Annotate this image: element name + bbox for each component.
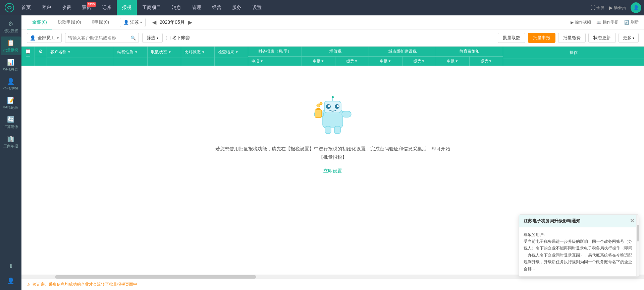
sidebar-label-annual-report: 工商年报 [3,144,18,148]
sidebar: ⚙ 报税设置 📋 批量报税 📊 报税总览 👤 个税申报 📝 报税记录 🔄 汇算清… [0,15,21,290]
nav-item-settings[interactable]: 设置 [247,0,267,15]
th-operation: 操作 [503,47,644,66]
notif-header: 江苏电子税务局升级影响通知 ✕ [519,215,639,227]
th-check-result: 检查结果 ▼ [215,47,248,66]
svg-point-16 [320,102,322,105]
action-manual[interactable]: 📖 操作手册 [596,19,619,25]
region-selector[interactable]: 👤 江苏 ▾ [120,18,146,27]
th-city-tax: 城市维护建设税 申报 ▼ 缴费 ▼ [369,47,436,66]
member-btn[interactable]: ▶ 畅会员 [609,5,626,11]
svg-rect-12 [334,126,340,134]
th-edu-surcharge: 教育费附加 申报 ▼ 缴费 ▼ [436,47,503,66]
nav-item-client[interactable]: 客户 [36,0,56,15]
subaccount-checkbox-label[interactable]: 名下账套 [166,35,190,41]
subaccount-checkbox[interactable] [166,36,170,40]
sidebar-item-settlement[interactable]: 🔄 汇算清缴 [1,113,21,132]
sidebar-label-batch-tax: 批量报税 [3,48,18,52]
tab-zero-submit[interactable]: 0申报 (0) [87,15,114,29]
toolbar: 👤 全部员工 ▾ 🔍 筛选 ▾ 名下账套 批量取数 批量申报 批量缴费 状态更新 [21,29,644,47]
warning-icon: ⚠ [27,282,31,287]
svg-point-0 [5,3,14,12]
action-refresh[interactable]: 🔄 刷新 [624,19,639,25]
sidebar-item-tax-overview[interactable]: 📊 报税总览 [1,56,21,74]
th-fetch-status: 取数状态 ▼ [148,47,181,66]
svg-point-6 [337,105,339,107]
nav-item-tax[interactable]: 报税 [117,0,137,15]
th-compare-status: 比对状态 ▼ [181,47,215,66]
tax-overview-icon: 📊 [7,59,14,66]
svg-point-8 [332,96,334,98]
svg-rect-11 [325,126,331,134]
svg-rect-10 [342,111,351,117]
sidebar-item-personal-tax[interactable]: 👤 个税申报 [1,75,21,93]
th-tax-type: 纳税性质 ▼ [114,47,148,66]
employee-select[interactable]: 👤 全部员工 ▾ [27,33,62,43]
notification-popup: 江苏电子税务局升级影响通知 ✕ 尊敬的用户: 受当前电子税务局进一步升级的影响，… [519,214,639,277]
chevron-down-icon: ▾ [633,36,634,40]
manual-icon: 📖 [596,20,601,25]
tab-all[interactable]: 全部 (0) [27,15,52,29]
search-box: 🔍 [65,33,139,43]
more-btn[interactable]: 更多 ▾ [619,33,639,43]
sidebar-item-user[interactable]: 👤 [1,275,21,287]
sidebar-item-download[interactable]: ⬇ [1,260,21,273]
employee-icon: 👤 [30,35,36,41]
svg-point-5 [328,105,330,107]
gear-icon: ⚙ [39,49,43,54]
bottom-bar: ⚠ 验证密、采集信息均成功的企业才会流转至批量报税页面中 [21,279,644,290]
nav-item-message[interactable]: 消息 [166,0,186,15]
filter-btn[interactable]: 筛选 ▾ [142,33,163,43]
batch-submit-btn[interactable]: 批量申报 [528,33,555,43]
batch-tax-icon: 📋 [7,39,14,47]
sidebar-item-tax-records[interactable]: 📝 报税记录 [1,94,21,113]
nav-item-invoice[interactable]: 票据 NEW [76,0,97,15]
prev-month-btn[interactable]: ◀ [152,19,156,25]
badge-new: NEW [87,2,96,7]
nav-item-service[interactable]: 服务 [227,0,247,15]
nav-item-bookkeeping[interactable]: 记账 [97,0,117,15]
search-icon[interactable]: 🔍 [130,35,136,41]
empty-state: 若您想使用批量报税功能，请先在【报税设置】中进行报税的初始化设置，完成密码验证和… [21,66,644,200]
th-gear[interactable]: ⚙ [35,47,47,66]
batch-pay-btn[interactable]: 批量缴费 [558,33,586,43]
th-client-name: 客户名称 ▼ [47,47,114,66]
sidebar-item-annual-report[interactable]: 🏢 工商年报 [1,133,21,151]
personal-tax-icon: 👤 [7,78,14,85]
avatar[interactable]: 👤 [631,2,641,13]
setup-link[interactable]: 立即设置 [323,168,342,174]
action-video[interactable]: ▶ 操作视频 [571,19,591,25]
batch-fetch-btn[interactable]: 批量取数 [498,33,525,43]
th-finance-report: 财务报表（月/季） 申报 ▼ [248,47,302,66]
nav-item-home[interactable]: 首页 [16,0,36,15]
sidebar-item-tax-settings[interactable]: ⚙ 报税设置 [1,17,21,36]
th-checkbox[interactable] [21,47,35,66]
nav-item-operation[interactable]: 经营 [207,0,227,15]
nav-item-business[interactable]: 工商项目 [137,0,166,15]
next-month-btn[interactable]: ▶ [188,19,192,25]
search-input[interactable] [68,35,128,41]
region-icon: 👤 [123,20,129,25]
svg-rect-13 [315,110,322,118]
tab-tax-submit[interactable]: 税款申报 (0) [52,15,87,29]
table-head: ⚙ 客户名称 ▼ 纳税性质 ▼ [21,47,644,66]
chevron-down-icon: ▾ [140,20,142,24]
nav-items: 首页 客户 收费 票据 NEW 记账 报税 工商项目 消息 管理 经营 [16,0,591,15]
sidebar-item-batch-tax[interactable]: 📋 批量报税 [1,37,21,55]
fullscreen-btn[interactable]: ⛶ 全屏 [591,5,604,11]
status-update-btn[interactable]: 状态更新 [588,33,616,43]
nav-item-fee[interactable]: 收费 [56,0,76,15]
th-vat: 增值税 申报 ▼ 缴费 ▼ [302,47,369,66]
logo[interactable] [3,1,16,14]
nav-item-manage[interactable]: 管理 [186,0,207,15]
select-all-checkbox[interactable] [26,49,30,54]
notif-close-btn[interactable]: ✕ [630,218,634,224]
sidebar-label-tax-settings: 报税设置 [3,28,18,33]
video-icon: ▶ [571,20,574,25]
user-icon: 👤 [7,277,14,285]
chevron-down-icon: ▾ [57,36,59,40]
month-display: 2023年05月 [160,19,185,25]
month-nav: ◀ 2023年05月 ▶ [152,19,192,25]
top-nav: 首页 客户 收费 票据 NEW 记账 报税 工商项目 消息 管理 经营 [0,0,644,15]
tab-actions: ▶ 操作视频 📖 操作手册 🔄 刷新 [571,19,639,25]
refresh-icon: 🔄 [624,20,629,25]
